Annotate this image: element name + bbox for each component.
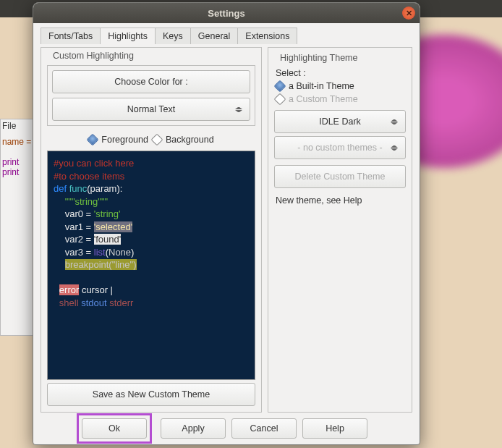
dialog-action-row: Ok Apply Cancel Help bbox=[41, 418, 412, 439]
code-preview[interactable]: #you can click here #to choose items def… bbox=[47, 151, 255, 380]
highlighting-theme-legend: Highlighting Theme bbox=[277, 53, 360, 63]
highlighting-theme-fieldset: Highlighting Theme Select : a Built-in T… bbox=[268, 47, 412, 413]
builtin-theme-dropdown[interactable]: IDLE Dark bbox=[274, 110, 406, 133]
custom-theme-radio-row: a Custom Theme bbox=[276, 94, 404, 104]
close-button[interactable]: ✕ bbox=[402, 7, 415, 20]
fg-bg-radio-row: Foreground Background bbox=[47, 135, 255, 145]
foreground-radio[interactable] bbox=[87, 134, 99, 146]
ok-button[interactable]: Ok bbox=[82, 418, 147, 439]
tab-keys[interactable]: Keys bbox=[155, 28, 191, 44]
delete-custom-theme-button: Delete Custom Theme bbox=[274, 165, 406, 188]
choose-color-box: Choose Color for : Normal Text bbox=[47, 65, 255, 126]
custom-highlighting-legend: Custom Highlighting bbox=[50, 51, 255, 61]
file-menu-bg: File bbox=[2, 121, 16, 131]
custom-theme-dropdown: - no custom themes - bbox=[274, 136, 406, 159]
background-editor-window: File name = print print bbox=[0, 119, 35, 336]
tab-extensions[interactable]: Extensions bbox=[237, 28, 297, 44]
builtin-theme-radio-row: a Built-in Theme bbox=[276, 81, 404, 91]
tab-general[interactable]: General bbox=[190, 28, 238, 44]
save-custom-theme-button[interactable]: Save as New Custom Theme bbox=[47, 383, 255, 406]
custom-highlighting-fieldset: Custom Highlighting Choose Color for : N… bbox=[41, 47, 262, 413]
custom-theme-radio[interactable] bbox=[274, 93, 286, 106]
choose-color-button[interactable]: Choose Color for : bbox=[52, 70, 250, 93]
window-title: Settings bbox=[208, 8, 244, 19]
settings-dialog: Settings ✕ Fonts/Tabs Highlights Keys Ge… bbox=[33, 2, 420, 445]
tab-fonts[interactable]: Fonts/Tabs bbox=[41, 28, 101, 44]
dropdown-icon bbox=[235, 107, 242, 111]
cancel-button[interactable]: Cancel bbox=[231, 418, 297, 439]
select-label: Select : bbox=[276, 68, 404, 78]
builtin-theme-radio[interactable] bbox=[274, 80, 286, 93]
new-theme-message: New theme, see Help bbox=[276, 195, 404, 206]
close-icon: ✕ bbox=[406, 9, 412, 18]
tabs-row: Fonts/Tabs Highlights Keys General Exten… bbox=[41, 28, 412, 44]
background-label: Background bbox=[166, 135, 214, 145]
background-radio[interactable] bbox=[150, 134, 163, 146]
foreground-label: Foreground bbox=[101, 135, 148, 145]
help-button[interactable]: Help bbox=[302, 418, 367, 439]
builtin-theme-label: a Built-in Theme bbox=[289, 81, 354, 91]
element-dropdown[interactable]: Normal Text bbox=[52, 98, 250, 121]
custom-theme-label: a Custom Theme bbox=[289, 94, 358, 104]
apply-button[interactable]: Apply bbox=[161, 418, 226, 439]
dropdown-icon bbox=[391, 145, 398, 150]
ok-highlight-annotation: Ok bbox=[77, 413, 152, 444]
titlebar: Settings ✕ bbox=[33, 3, 420, 23]
tab-highlights[interactable]: Highlights bbox=[100, 28, 156, 44]
dropdown-icon bbox=[391, 119, 398, 124]
